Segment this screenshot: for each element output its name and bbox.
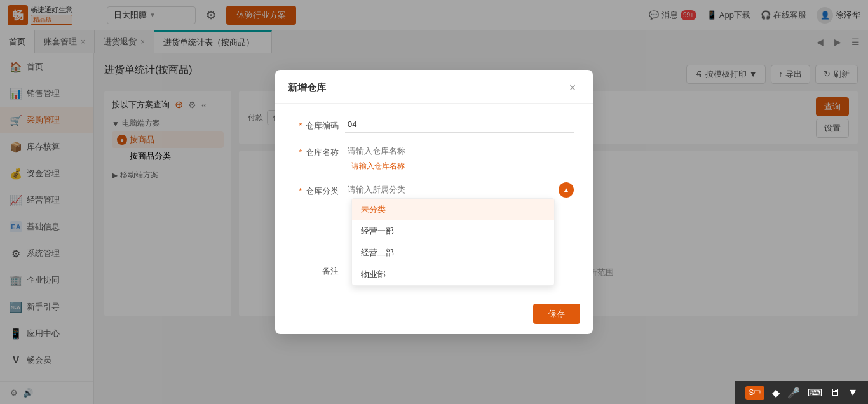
bottom-diamond-icon: ◆ xyxy=(772,387,780,399)
modal-title: 新增仓库 xyxy=(288,82,326,94)
code-input[interactable] xyxy=(345,116,574,133)
dropdown-option-unclassified[interactable]: 未分类 xyxy=(352,199,554,220)
bottom-s-icon[interactable]: S中 xyxy=(745,386,764,400)
name-error-message: 请输入仓库名称 xyxy=(351,161,405,172)
modal-new-warehouse: 新增仓库 × * 仓库编码 * 仓库名称 xyxy=(275,70,593,334)
modal-body: * 仓库编码 * 仓库名称 请输入仓库名称 xyxy=(275,104,593,299)
bottom-monitor-icon[interactable]: 🖥 xyxy=(830,387,840,398)
category-dropdown-list: 未分类 经营一部 经营二部 物业部 xyxy=(351,198,555,286)
save-button[interactable]: 保存 xyxy=(533,304,580,324)
code-label: * 仓库编码 xyxy=(294,116,345,131)
category-dropdown-toggle[interactable]: ▲ xyxy=(559,182,574,198)
modal-header: 新增仓库 × xyxy=(275,70,593,104)
dropdown-option-dept1[interactable]: 经营一部 xyxy=(352,220,554,242)
bottom-keyboard-icon[interactable]: ⌨ xyxy=(808,387,822,399)
form-row-code: * 仓库编码 xyxy=(294,116,574,133)
name-input-wrap xyxy=(345,143,457,159)
category-input-wrap: ▲ xyxy=(345,182,574,198)
bottom-bar: S中 ◆ 🎤 ⌨ 🖥 ▼ xyxy=(735,381,868,404)
form-row-name: * 仓库名称 请输入仓库名称 xyxy=(294,143,574,172)
category-input[interactable] xyxy=(345,182,457,198)
bottom-mic-icon[interactable]: 🎤 xyxy=(787,387,800,399)
dropdown-option-dept2[interactable]: 经营二部 xyxy=(352,242,554,264)
bottom-arrow-icon[interactable]: ▼ xyxy=(848,387,858,398)
category-label: * 仓库分类 xyxy=(294,182,345,197)
modal-overlay: 新增仓库 × * 仓库编码 * 仓库名称 xyxy=(0,0,868,404)
name-label: * 仓库名称 xyxy=(294,143,345,158)
modal-close-button[interactable]: × xyxy=(565,80,580,95)
dropdown-option-property[interactable]: 物业部 xyxy=(352,264,554,285)
note-label: 备注 xyxy=(294,262,345,277)
form-row-category: * 仓库分类 ▲ 未分类 经营一部 经营二部 xyxy=(294,182,574,198)
name-input[interactable] xyxy=(345,143,457,159)
modal-footer: 保存 xyxy=(275,299,593,334)
